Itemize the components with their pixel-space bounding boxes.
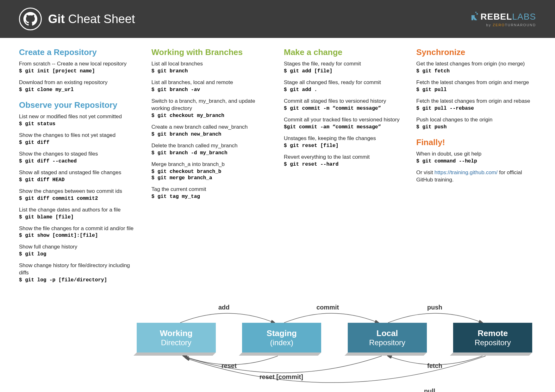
command-desc: List new or modified files not yet commi… (19, 113, 139, 120)
rebellabs-logo-icon (470, 11, 478, 23)
label-fetch: fetch (427, 362, 442, 370)
command-item: Unstages file, keeping the file changes$… (284, 135, 404, 149)
command-desc: Create a new branch called new_branch (152, 124, 271, 131)
command-desc: Tag the current commit (152, 186, 271, 193)
command-desc: Fetch the latest changes from origin and… (416, 79, 536, 86)
content: Create a Repository From scratch -- Crea… (0, 38, 555, 294)
section-title-sync: Synchronize (416, 47, 536, 57)
command-code: $ git branch new_branch (152, 132, 271, 137)
command-code: $ git pull --rebase (416, 106, 536, 111)
workflow-diagram: WorkingDirectory Staging(index) LocalRep… (133, 301, 536, 392)
command-desc: Delete the branch called my_branch (152, 142, 271, 150)
section-title-create: Create a Repository (19, 47, 139, 57)
command-desc: List the change dates and authors for a … (19, 206, 139, 214)
brand: REBELLABS by ZEROTURNAROUND (470, 11, 536, 27)
command-code: $ git merge branch_a (152, 175, 271, 181)
label-commit: commit (316, 304, 339, 311)
section-branches-items: List all local branches$ git branchList … (152, 60, 271, 199)
box-remote: RemoteRepository (453, 323, 532, 352)
command-code: $ git init [project name] (19, 68, 139, 74)
command-desc: Show change history for file/directory i… (19, 262, 139, 277)
command-code: $ git log -p [file/directory] (19, 277, 139, 283)
label-push: push (427, 304, 442, 311)
command-code: $ git fetch (416, 68, 536, 74)
header-left: Git Cheat Sheet (19, 8, 135, 30)
command-code: $ git diff commit1 commit2 (19, 196, 139, 201)
section-title-branches: Working with Branches (152, 47, 271, 57)
section-create-items: From scratch -- Create a new local repos… (19, 60, 139, 93)
github-logo-icon (19, 8, 42, 30)
command-item: Show all staged and unstaged file change… (19, 169, 139, 183)
command-code: $ git tag my_tag (152, 194, 271, 199)
command-item: Create a new branch called new_branch$ g… (152, 124, 271, 137)
command-desc: Stage all changed files, ready for commi… (284, 79, 404, 86)
command-code: $ git checkout my_branch (152, 113, 271, 119)
command-code: $ git diff HEAD (19, 177, 139, 183)
label-reset: reset (221, 362, 237, 370)
box-local: LocalRepository (348, 323, 427, 352)
command-item: Merge branch_a into branch_b$ git checko… (152, 161, 271, 181)
command-item: Show full change history$ git log (19, 243, 139, 257)
section-title-observe: Observe your Repository (19, 100, 139, 110)
command-desc: Get the latest changes from origin (no m… (416, 60, 536, 68)
command-code: $ git add . (284, 87, 404, 93)
command-item: Get the latest changes from origin (no m… (416, 60, 536, 74)
svg-point-0 (475, 12, 477, 13)
section-sync-items: Get the latest changes from origin (no m… (416, 60, 536, 130)
column-1: Create a Repository From scratch -- Crea… (19, 47, 139, 288)
command-item: Switch to a branch, my_branch, and updat… (152, 98, 271, 119)
command-item: Show the changes to files not yet staged… (19, 132, 139, 145)
command-item: List all local branches$ git branch (152, 60, 271, 74)
command-code: $ git clone my_url (19, 87, 139, 93)
column-3: Make a change Stages the file, ready for… (284, 47, 404, 288)
svg-point-1 (477, 13, 478, 15)
command-desc: Show the file changes for a commit id an… (19, 225, 139, 232)
box-staging: Staging(index) (242, 323, 321, 352)
command-desc: Fetch the latest changes from origin and… (416, 98, 536, 105)
command-item: Show change history for file/directory i… (19, 262, 139, 283)
section-title-finally: Finally! (416, 138, 536, 147)
command-item: Revert everything to the last commit$ gi… (284, 154, 404, 167)
command-desc: Commit all your tracked files to version… (284, 116, 404, 124)
command-desc: Switch to a branch, my_branch, and updat… (152, 98, 271, 112)
label-add: add (218, 304, 230, 311)
command-desc: Stages the file, ready for commit (284, 60, 404, 68)
column-4: Synchronize Get the latest changes from … (416, 47, 536, 288)
command-desc: Show full change history (19, 243, 139, 251)
command-code: $ git log (19, 251, 139, 257)
header: Git Cheat Sheet REBELLABS by ZEROTURNARO… (0, 0, 555, 38)
command-desc: When in doubt, use git help (416, 150, 536, 158)
command-code: $ git pull (416, 87, 536, 93)
command-desc: List all local branches (152, 60, 271, 68)
command-code: $ git diff --cached (19, 158, 139, 164)
command-code: $ git commit -m “commit message” (284, 106, 404, 111)
command-desc: Push local changes to the origin (416, 116, 536, 124)
command-code: $ git command --help (416, 158, 536, 164)
command-desc: Show the changes to staged files (19, 150, 139, 158)
command-item: Push local changes to the origin$ git pu… (416, 116, 536, 130)
section-finally-items: When in doubt, use git help$ git command… (416, 150, 536, 164)
section-title-change: Make a change (284, 47, 404, 57)
command-item: Stage all changed files, ready for commi… (284, 79, 404, 93)
command-code: $ git reset --hard (284, 162, 404, 167)
training-link[interactable]: https://training.github.com/ (434, 169, 497, 175)
command-item: List all branches, local and remote$ git… (152, 79, 271, 93)
command-desc: Unstages file, keeping the file changes (284, 135, 404, 142)
command-desc: List all branches, local and remote (152, 79, 271, 86)
command-code: $ git branch (152, 68, 271, 74)
command-item: Show the file changes for a commit id an… (19, 225, 139, 239)
command-item: Commit all your tracked files to version… (284, 116, 404, 130)
finally-footer: Or visit https://training.github.com/ fo… (416, 169, 536, 184)
command-item: Commit all staged files to versioned his… (284, 98, 404, 111)
command-item: Delete the branch called my_branch$ git … (152, 142, 271, 156)
command-item: Show the changes between two commit ids$… (19, 188, 139, 201)
command-desc: Merge branch_a into branch_b (152, 161, 271, 168)
page-title: Git Cheat Sheet (48, 12, 135, 26)
command-code: $ git branch -av (152, 87, 271, 93)
label-reset-commit: reset [commit] (259, 373, 303, 381)
diagram-boxes: WorkingDirectory Staging(index) LocalRep… (133, 323, 536, 352)
section-observe-items: List new or modified files not yet commi… (19, 113, 139, 283)
command-desc: Show all staged and unstaged file change… (19, 169, 139, 176)
command-desc: Download from an existing repository (19, 79, 139, 86)
column-2: Working with Branches List all local bra… (152, 47, 271, 288)
